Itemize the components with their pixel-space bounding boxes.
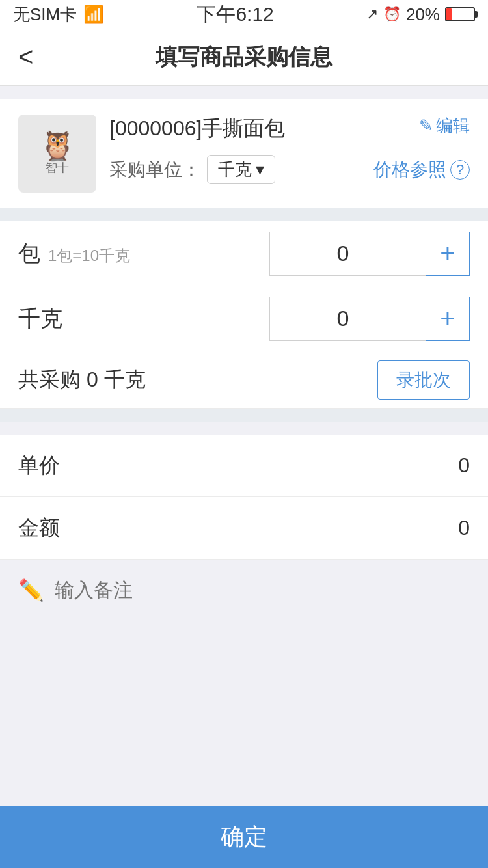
unit-select[interactable]: 千克 ▾ <box>207 155 275 184</box>
price-section: 单价 0 金额 0 <box>0 435 488 560</box>
status-bar: 无SIM卡 📶 下午6:12 ↗ ⏰ 20% <box>0 0 488 29</box>
product-owl-icon: 🦉 <box>40 131 75 160</box>
location-icon: ↗ <box>366 6 378 23</box>
product-brand: 智十 <box>46 160 69 176</box>
product-image: 🦉 智十 <box>18 115 96 193</box>
unit-value: 千克 <box>218 158 252 181</box>
qty-plus-bao[interactable]: + <box>426 232 470 276</box>
product-top-row: [0000006]手撕面包 ✎ 编辑 <box>109 115 470 143</box>
price-label-unit: 单价 <box>18 452 60 480</box>
quantity-controls-kg: + <box>135 297 470 341</box>
wifi-icon: 📶 <box>83 5 104 25</box>
product-name: [0000006]手撕面包 <box>109 115 285 143</box>
battery-percent: 20% <box>406 5 440 25</box>
status-right: ↗ ⏰ 20% <box>366 5 475 25</box>
price-row-unit: 单价 0 <box>0 435 488 497</box>
quantity-row-kg: 千克 + <box>0 286 488 351</box>
dropdown-arrow-icon: ▾ <box>256 159 264 180</box>
pencil-icon: ✏️ <box>18 578 44 603</box>
unit-row: 采购单位： 千克 ▾ <box>109 155 275 184</box>
confirm-button[interactable]: 确定 <box>0 806 488 868</box>
product-card: 🦉 智十 [0000006]手撕面包 ✎ 编辑 采购单位： 千克 ▾ 价格参照 … <box>0 99 488 208</box>
status-time: 下午6:12 <box>197 1 273 28</box>
section-divider-2 <box>0 409 488 422</box>
section-divider-1 <box>0 208 488 221</box>
battery-icon <box>445 7 475 21</box>
remark-input[interactable] <box>55 579 470 601</box>
unit-label: 采购单位： <box>109 157 200 182</box>
alarm-icon: ⏰ <box>383 6 401 23</box>
price-ref-button[interactable]: 价格参照 ? <box>373 157 470 182</box>
carrier-text: 无SIM卡 <box>13 3 77 26</box>
quantity-section: 包 1包=10千克 + 千克 + 共采购 0 千克 录批次 <box>0 221 488 409</box>
price-value-amount: 0 <box>458 516 470 540</box>
price-label-amount: 金额 <box>18 514 60 543</box>
nav-bar: < 填写商品采购信息 <box>0 29 488 86</box>
summary-row: 共采购 0 千克 录批次 <box>0 351 488 409</box>
price-ref-help-icon: ? <box>450 160 470 180</box>
quantity-label-kg: 千克 <box>18 304 135 334</box>
product-bottom-row: 采购单位： 千克 ▾ 价格参照 ? <box>109 155 470 184</box>
price-value-unit: 0 <box>458 454 470 478</box>
qty-sub-label-bao: 1包=10千克 <box>48 245 130 266</box>
qty-input-kg[interactable] <box>269 297 426 341</box>
bottom-spacer <box>0 621 488 816</box>
quantity-label-bao: 包 1包=10千克 <box>18 239 135 269</box>
qty-main-label-bao: 包 <box>18 239 40 269</box>
qty-plus-kg[interactable]: + <box>426 297 470 341</box>
edit-label: 编辑 <box>436 115 470 137</box>
quantity-controls-bao: + <box>135 232 470 276</box>
quantity-row-bao: 包 1包=10千克 + <box>0 221 488 286</box>
status-left: 无SIM卡 📶 <box>13 3 104 26</box>
back-button[interactable]: < <box>18 42 33 72</box>
price-ref-label: 价格参照 <box>373 157 446 182</box>
qty-input-bao[interactable] <box>269 232 426 276</box>
qty-main-label-kg: 千克 <box>18 304 62 334</box>
page-title: 填写商品采购信息 <box>156 42 332 72</box>
batch-button[interactable]: 录批次 <box>377 360 470 400</box>
remark-section: ✏️ <box>0 560 488 621</box>
summary-text: 共采购 0 千克 <box>18 366 146 394</box>
edit-button[interactable]: ✎ 编辑 <box>419 115 470 137</box>
edit-icon: ✎ <box>419 116 433 136</box>
product-info: [0000006]手撕面包 ✎ 编辑 采购单位： 千克 ▾ 价格参照 ? <box>109 115 470 184</box>
price-row-amount: 金额 0 <box>0 497 488 560</box>
battery-fill <box>446 8 452 20</box>
